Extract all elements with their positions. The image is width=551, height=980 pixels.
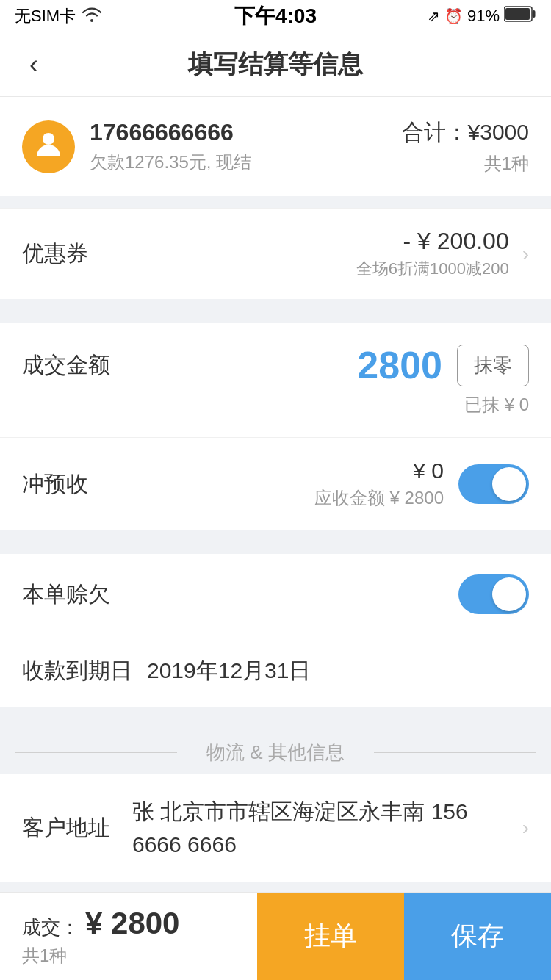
address-chevron-icon: › bbox=[522, 816, 529, 840]
round-button[interactable]: 抹零 bbox=[457, 345, 529, 386]
nav-title: 填写结算等信息 bbox=[188, 48, 363, 82]
coupon-right: - ¥ 200.00 全场6折满1000减200 › bbox=[356, 228, 529, 280]
address-section: 客户地址 张 北京市市辖区海淀区永丰南 156 6666 6666 › bbox=[0, 774, 551, 882]
bottom-count: 共1种 bbox=[22, 944, 235, 968]
address-row: 客户地址 张 北京市市辖区海淀区永丰南 156 6666 6666 › bbox=[0, 774, 551, 882]
address-inner-row: 客户地址 张 北京市市辖区海淀区永丰南 156 6666 6666 › bbox=[22, 795, 529, 861]
duedate-section: 收款到期日 2019年12月31日 bbox=[0, 635, 551, 707]
debit-toggle[interactable] bbox=[458, 574, 529, 614]
precollect-toggle[interactable] bbox=[458, 464, 529, 504]
bottom-label: 成交： bbox=[22, 915, 79, 940]
address-label: 客户地址 bbox=[22, 813, 110, 843]
save-button[interactable]: 保存 bbox=[404, 893, 551, 981]
logistics-text: 物流 & 其他信息 bbox=[192, 740, 359, 765]
precollect-row: 冲预收 ¥ 0 应收金额 ¥ 2800 bbox=[22, 458, 529, 510]
duedate-value: 2019年12月31日 bbox=[147, 656, 311, 686]
duedate-label: 收款到期日 bbox=[22, 656, 132, 686]
wifi-icon bbox=[82, 6, 102, 26]
battery-icon bbox=[504, 6, 536, 26]
separator-2 bbox=[0, 542, 551, 554]
transaction-section: 成交金额 2800 抹零 已抹 ¥ 0 冲预收 ¥ 0 应收金额 ¥ 2800 bbox=[0, 323, 551, 530]
precollect-right: ¥ 0 应收金额 ¥ 2800 bbox=[314, 458, 529, 510]
coupon-desc: 全场6折满1000减200 bbox=[356, 258, 509, 280]
avatar bbox=[22, 120, 75, 173]
customer-debt: 欠款1276.35元, 现结 bbox=[90, 151, 402, 174]
toggle-knob bbox=[492, 467, 526, 501]
status-bar: 无SIM卡 下午4:03 ⇗ ⏰ 91% bbox=[0, 0, 551, 32]
transaction-row: 成交金额 2800 抹零 bbox=[22, 343, 529, 387]
logistics-line-right bbox=[374, 752, 536, 753]
status-time: 下午4:03 bbox=[234, 2, 317, 30]
transaction-amount-row: 成交金额 2800 抹零 已抹 ¥ 0 bbox=[0, 323, 551, 437]
transaction-label: 成交金额 bbox=[22, 350, 110, 381]
precollect-amount: ¥ 0 bbox=[314, 458, 444, 483]
total-amount: 合计：¥3000 bbox=[402, 118, 529, 148]
debit-label: 本单赊欠 bbox=[22, 580, 110, 610]
bottom-amount-row: 成交： ¥ 2800 bbox=[22, 906, 235, 941]
main-content: 17666666666 欠款1276.35元, 现结 合计：¥3000 共1种 … bbox=[0, 97, 551, 980]
already-rounded: 已抹 ¥ 0 bbox=[22, 393, 529, 417]
precollect-label: 冲预收 bbox=[22, 469, 88, 500]
suspend-button[interactable]: 挂单 bbox=[257, 893, 404, 981]
customer-phone: 17666666666 bbox=[90, 119, 402, 146]
bottom-summary: 成交： ¥ 2800 共1种 bbox=[0, 906, 257, 968]
logistics-line-left bbox=[15, 752, 177, 753]
location-icon: ⇗ bbox=[428, 7, 440, 25]
customer-info: 17666666666 欠款1276.35元, 现结 bbox=[90, 119, 402, 174]
precollect-receivable: 应收金额 ¥ 2800 bbox=[314, 486, 444, 510]
debit-toggle-knob bbox=[492, 577, 526, 611]
coupon-amount: - ¥ 200.00 bbox=[356, 228, 509, 255]
debit-row: 本单赊欠 bbox=[0, 554, 551, 635]
status-right: ⇗ ⏰ 91% bbox=[428, 6, 536, 26]
svg-point-3 bbox=[43, 133, 54, 145]
total-count: 共1种 bbox=[402, 152, 529, 176]
duedate-row: 收款到期日 2019年12月31日 bbox=[22, 656, 529, 686]
coupon-section[interactable]: 优惠券 - ¥ 200.00 全场6折满1000减200 › bbox=[0, 208, 551, 299]
transaction-right: 2800 抹零 bbox=[357, 343, 529, 387]
back-button[interactable]: ‹ bbox=[22, 42, 46, 87]
separator-1 bbox=[0, 311, 551, 323]
precollect-section: 冲预收 ¥ 0 应收金额 ¥ 2800 bbox=[0, 437, 551, 530]
customer-total: 合计：¥3000 共1种 bbox=[402, 118, 529, 176]
avatar-icon bbox=[34, 129, 63, 165]
debit-section: 本单赊欠 收款到期日 2019年12月31日 bbox=[0, 554, 551, 707]
address-value: 张 北京市市辖区海淀区永丰南 156 6666 6666 bbox=[132, 795, 511, 861]
coupon-label: 优惠券 bbox=[22, 239, 356, 269]
carrier-text: 无SIM卡 bbox=[15, 5, 76, 27]
debit-inner-row: 本单赊欠 bbox=[22, 574, 529, 614]
alarm-icon: ⏰ bbox=[444, 7, 463, 25]
precollect-amount-group: ¥ 0 应收金额 ¥ 2800 bbox=[314, 458, 444, 510]
chevron-right-icon: › bbox=[522, 242, 529, 266]
customer-section: 17666666666 欠款1276.35元, 现结 合计：¥3000 共1种 bbox=[0, 97, 551, 196]
transaction-amount: 2800 bbox=[357, 343, 442, 387]
svg-rect-2 bbox=[505, 8, 530, 20]
logistics-divider: 物流 & 其他信息 bbox=[0, 730, 551, 774]
coupon-discount: - ¥ 200.00 全场6折满1000减200 bbox=[356, 228, 509, 280]
battery-text: 91% bbox=[467, 7, 500, 26]
separator-3 bbox=[0, 718, 551, 730]
nav-bar: ‹ 填写结算等信息 bbox=[0, 32, 551, 97]
svg-rect-1 bbox=[533, 10, 536, 18]
bottom-amount: ¥ 2800 bbox=[85, 906, 179, 941]
status-left: 无SIM卡 bbox=[15, 5, 102, 27]
bottom-bar: 成交： ¥ 2800 共1种 挂单 保存 bbox=[0, 892, 551, 980]
